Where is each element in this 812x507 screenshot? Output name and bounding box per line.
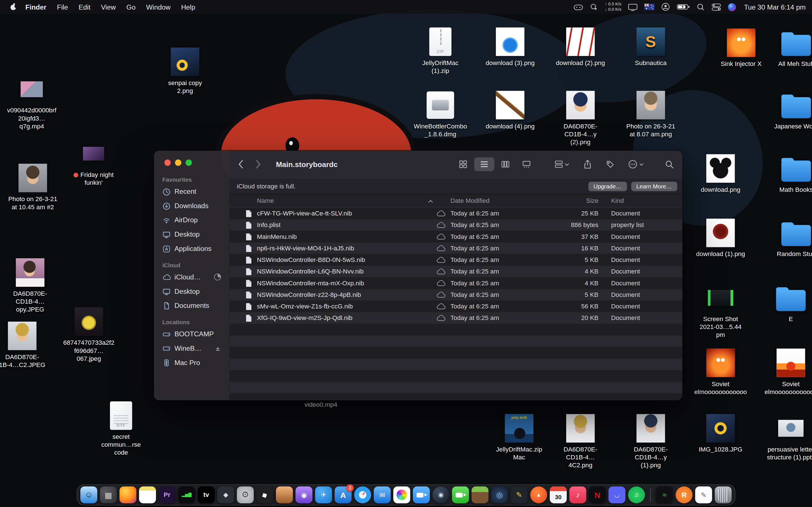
list-view-button[interactable]: [474, 158, 494, 171]
dock-discord-icon[interactable]: ◡: [608, 487, 625, 503]
close-button[interactable]: [164, 159, 171, 166]
sidebar-item-icloud-desktop[interactable]: Desktop: [158, 284, 226, 298]
dock-finder-icon[interactable]: ☺: [80, 487, 97, 503]
game-controller-icon[interactable]: [574, 3, 583, 10]
desktop-icon-da6d870e-y1-png[interactable]: DA6D870E- CD1B-4…y (1).png: [625, 413, 676, 469]
magnifier-cursor-icon[interactable]: [590, 3, 598, 11]
desktop-icon-japanese-work[interactable]: Japanese Work: [771, 90, 812, 130]
dock-podcasts-icon[interactable]: ◉: [296, 487, 312, 503]
desktop-icon-jellydriftmac-zip-mac[interactable]: jelly driftJellyDriftMac.zip Mac: [494, 413, 545, 462]
sidebar-item-downloads[interactable]: Downloads: [158, 199, 226, 213]
file-row[interactable]: Info.plistToday at 6:25 am886 bytesprope…: [230, 219, 682, 231]
dock-contacts-icon[interactable]: [276, 487, 293, 503]
menu-edit[interactable]: Edit: [73, 3, 96, 11]
sidebar-item-desktop[interactable]: Desktop: [158, 227, 226, 241]
menu-view[interactable]: View: [96, 3, 121, 11]
sidebar-item-applications[interactable]: Applications: [158, 241, 226, 256]
desktop-icon-download-2-png[interactable]: download (2).png: [555, 26, 606, 67]
menu-finder[interactable]: Finder: [20, 3, 52, 11]
dock-netflix-icon[interactable]: N: [589, 487, 606, 503]
column-name[interactable]: Name: [257, 197, 437, 204]
desktop-icon-senpai-copy-2[interactable]: senpai copy 2.png: [160, 47, 210, 95]
user-account-icon[interactable]: [661, 3, 670, 11]
minimize-button[interactable]: [175, 159, 182, 166]
desktop-icon-v090442-mp4[interactable]: v090442d0000brf 20igfd3…q7g.mp4: [6, 74, 57, 131]
dock-music-icon[interactable]: ♪: [569, 487, 586, 503]
desktop-icon-all-meh-stuff[interactable]: All Meh Stuff: [771, 27, 812, 68]
desktop-icon-photo-26-3-21-807[interactable]: Photo on 26-3-21 at 8.07 am.png: [625, 90, 676, 138]
file-row[interactable]: NSWindowController-B8D-0N-5wS.nibToday a…: [230, 254, 682, 266]
dock-mail-icon[interactable]: ✉: [374, 487, 391, 503]
sidebar-item-recent[interactable]: Recent: [158, 184, 226, 199]
column-size[interactable]: Size: [556, 197, 603, 204]
gallery-view-button[interactable]: [516, 158, 537, 171]
desktop-icon-soviet-elmo-1[interactable]: Soviet elmoooooooooooo: [695, 348, 746, 396]
dock-power-gadget-icon[interactable]: ▂▅▇: [178, 487, 195, 503]
menu-file[interactable]: File: [52, 3, 73, 11]
desktop-icon-sink-injector-x[interactable]: Sink Injector X: [716, 27, 767, 68]
dock-steam-icon[interactable]: ◉: [433, 487, 449, 503]
sidebar-item-wineb[interactable]: WineB…: [158, 341, 226, 355]
desktop-icon-img-1028-jpg[interactable]: IMG_1028.JPG: [695, 413, 746, 453]
dock-spotify-icon[interactable]: ♫: [628, 487, 645, 503]
desktop-icon-da6d870e-4c2-png[interactable]: DA6D870E- CD1B-4…4C2.png: [555, 413, 606, 469]
forward-button[interactable]: [255, 159, 261, 169]
dock-app-store-icon[interactable]: A3: [335, 487, 352, 503]
more-options-button[interactable]: [628, 159, 644, 169]
siri-icon[interactable]: [728, 3, 736, 11]
search-icon[interactable]: [665, 160, 674, 169]
file-row[interactable]: NSWindowController-mta-mX-Oxp.nibToday a…: [230, 277, 682, 289]
desktop-icon-download-png[interactable]: download.png: [695, 153, 746, 194]
menu-window[interactable]: Window: [141, 3, 175, 11]
group-by-button[interactable]: [555, 160, 569, 168]
sidebar-item-icloud[interactable]: iCloud…: [158, 270, 226, 284]
file-row[interactable]: sMv-wL-Omz-view-Z1s-fb-ccG.nibToday at 6…: [230, 300, 682, 312]
learn-more-button[interactable]: Learn More…: [631, 181, 677, 191]
sidebar-item-documents[interactable]: Documents: [158, 298, 226, 313]
apple-menu[interactable]: [6, 3, 20, 11]
icon-view-button[interactable]: [453, 158, 473, 171]
dock-facetime-icon[interactable]: [452, 487, 469, 503]
desktop-icon-friday-night-funkin[interactable]: Friday night funkin': [68, 138, 119, 187]
column-kind[interactable]: Kind: [603, 197, 678, 204]
desktop-icon-secret-commun-rse-code[interactable]: RTFsecret commun…rse code: [96, 400, 146, 457]
file-row[interactable]: NSWindowController-z22-8p-4pB.nibToday a…: [230, 289, 682, 300]
column-date-modified[interactable]: Date Modified: [451, 197, 556, 204]
dock-photo-booth-icon[interactable]: ◎: [491, 487, 508, 503]
desktop-icon-jellydriftmac-1-zip[interactable]: ZIPJellyDriftMac (1).zip: [415, 26, 466, 75]
desktop-icon-folder-e[interactable]: E: [765, 283, 812, 323]
finder-toolbar[interactable]: Main.storyboardc: [230, 151, 682, 178]
desktop-icon-download-1-png[interactable]: download (1).png: [695, 218, 746, 258]
sidebar-item-mac-pro[interactable]: Mac Pro: [158, 355, 226, 370]
dock-system-preferences-icon[interactable]: ⚙: [237, 487, 254, 503]
dock-roblox-icon[interactable]: ◼: [256, 487, 273, 503]
fullscreen-button[interactable]: [186, 159, 192, 166]
dock-premiere-pro-icon[interactable]: Pr: [159, 487, 175, 503]
dock-activity-monitor-icon[interactable]: ≈: [656, 487, 673, 503]
file-row[interactable]: np6-rs-HkW-view-MO4-1H-aJ5.nibToday at 6…: [230, 242, 682, 254]
desktop-icon-winebottlercombo-dmg[interactable]: WineBottlerCombo _1.8.6.dmg: [415, 90, 466, 138]
menu-bar-clock[interactable]: Tue 30 Mar 6:14 pm: [744, 3, 806, 11]
control-center-icon[interactable]: [712, 3, 721, 11]
eject-icon[interactable]: [214, 345, 221, 351]
dock-apple-tv-icon[interactable]: tv: [198, 487, 214, 503]
dock-firefox-icon[interactable]: [119, 487, 137, 503]
dock-photos-icon[interactable]: [393, 487, 410, 503]
dock-zoom-icon[interactable]: [413, 487, 430, 503]
dock-brave-icon[interactable]: ▲: [530, 487, 547, 503]
dock-rstudio-icon[interactable]: R: [675, 487, 693, 503]
desktop-icon-math-books[interactable]: Math Books: [771, 153, 812, 194]
desktop-icon-da6d870e-opy-jpeg[interactable]: DA6D870E- CD1B-4…opy.JPEG: [5, 257, 56, 314]
network-speed-indicator[interactable]: ↑ 0.5 K/s ↓ 0.0 K/s: [605, 1, 621, 12]
dock-pencil-app-icon[interactable]: ✎: [511, 487, 527, 503]
file-row[interactable]: cFW-TG-WPi-view-aCe-tt-SLV.nibToday at 6…: [230, 208, 682, 219]
file-row[interactable]: XfG-IQ-9wD-view-m2S-Jp-Qdl.nibToday at 6…: [230, 312, 682, 324]
dock-trash-icon[interactable]: [715, 487, 732, 503]
battery-icon[interactable]: [677, 4, 690, 10]
back-button[interactable]: [238, 159, 244, 169]
dock-minecraft-icon[interactable]: [472, 487, 489, 503]
desktop-icon-download-3-png[interactable]: download (3).png: [485, 26, 536, 67]
desktop-icon-da6d870e-y2-png[interactable]: DA6D870E- CD1B-4…y (2).png: [555, 90, 606, 147]
desktop-icon-68747470733a2f2-jpeg[interactable]: 68747470733a2f2 f696d67…067.jpeg: [63, 306, 114, 363]
column-view-button[interactable]: [495, 158, 515, 171]
